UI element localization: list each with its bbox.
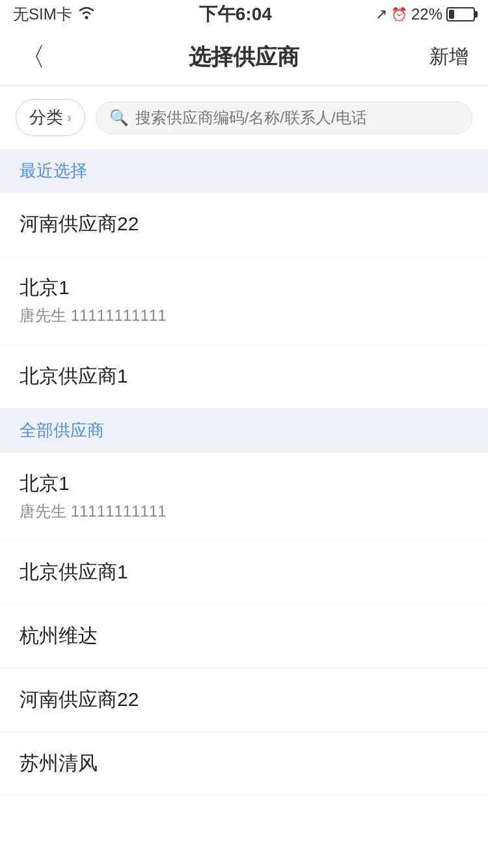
recent-list: 河南供应商22 北京1 唐先生 11111111111 北京供应商1 xyxy=(0,193,488,409)
item-name: 杭州维达 xyxy=(20,623,468,649)
item-name: 苏州清风 xyxy=(20,750,468,777)
recent-list-item[interactable]: 北京1 唐先生 11111111111 xyxy=(0,256,488,345)
status-right: ↗ ⏰ 22% xyxy=(375,5,475,23)
all-list-item[interactable]: 苏州清风 xyxy=(0,732,488,796)
item-name: 北京1 xyxy=(20,470,468,497)
alarm-icon: ⏰ xyxy=(391,7,407,22)
location-icon: ↗ xyxy=(375,6,387,23)
chevron-icon: › xyxy=(67,110,72,125)
all-list-item[interactable]: 北京供应商1 xyxy=(0,541,488,604)
status-bar: 无SIM卡 下午6:04 ↗ ⏰ 22% xyxy=(0,0,488,29)
all-list-item[interactable]: 北京1 唐先生 11111111111 xyxy=(0,452,488,541)
recent-section-header: 最近选择 xyxy=(0,149,488,193)
add-button[interactable]: 新增 xyxy=(416,44,468,70)
all-list-item[interactable]: 河南供应商22 xyxy=(0,668,488,732)
back-button[interactable]: 〈 xyxy=(20,39,72,75)
wifi-signal xyxy=(77,5,96,23)
battery-icon xyxy=(446,7,475,21)
item-name: 河南供应商22 xyxy=(20,686,468,713)
all-section-label: 全部供应商 xyxy=(20,420,104,440)
item-name: 北京供应商1 xyxy=(20,559,468,586)
all-section-header: 全部供应商 xyxy=(0,409,488,452)
all-list-item[interactable]: 杭州维达 xyxy=(0,604,488,668)
category-label: 分类 xyxy=(29,106,63,129)
carrier-label: 无SIM卡 xyxy=(13,4,72,25)
page-title: 选择供应商 xyxy=(189,42,299,72)
item-name: 河南供应商22 xyxy=(20,211,468,237)
recent-section-label: 最近选择 xyxy=(20,161,87,180)
item-name: 北京供应商1 xyxy=(20,363,468,390)
svg-point-0 xyxy=(85,16,88,20)
search-input[interactable] xyxy=(135,109,459,127)
status-time: 下午6:04 xyxy=(199,2,272,27)
search-icon: 🔍 xyxy=(109,109,129,127)
nav-bar: 〈 选择供应商 新增 xyxy=(0,29,488,86)
recent-list-item[interactable]: 河南供应商22 xyxy=(0,193,488,256)
all-list: 北京1 唐先生 11111111111 北京供应商1杭州维达河南供应商22苏州清… xyxy=(0,452,488,796)
category-filter[interactable]: 分类 › xyxy=(16,99,85,136)
filter-bar: 分类 › 🔍 xyxy=(0,86,488,149)
item-sub: 唐先生 11111111111 xyxy=(20,501,468,522)
item-name: 北京1 xyxy=(20,275,468,301)
battery-percent: 22% xyxy=(411,5,442,23)
status-left: 无SIM卡 xyxy=(13,4,96,25)
recent-list-item[interactable]: 北京供应商1 xyxy=(0,345,488,409)
search-box[interactable]: 🔍 xyxy=(96,102,472,134)
item-sub: 唐先生 11111111111 xyxy=(20,305,468,326)
